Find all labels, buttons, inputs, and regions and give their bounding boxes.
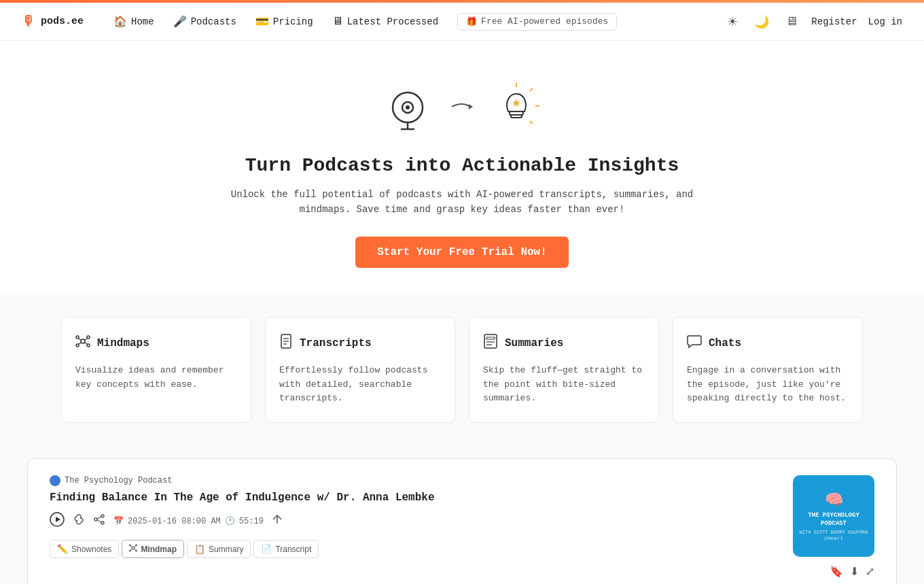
- hero-section: Turn Podcasts into Actionable Insights U…: [0, 41, 924, 295]
- summary-tab-icon: 📋: [194, 544, 205, 554]
- episode-date: 2025-01-16 08:00 AM: [128, 517, 221, 526]
- tab-mindmap[interactable]: Mindmap: [122, 540, 184, 558]
- svg-point-38: [130, 545, 131, 546]
- svg-rect-11: [511, 115, 522, 118]
- episode-header: The Psychology Podcast Finding Balance I…: [50, 475, 874, 578]
- nav-home[interactable]: 🏠 Home: [113, 15, 154, 29]
- thumb-content: 🧠 THE PSYCHOLOGY PODCAST WITH SCOTT BARR…: [793, 485, 874, 546]
- svg-line-43: [135, 546, 136, 547]
- feature-mindmaps-desc: Visualize ideas and remember key concept…: [75, 364, 237, 392]
- podcast-name: The Psychology Podcast: [65, 476, 172, 485]
- nav-auth: Register Log in: [811, 16, 902, 27]
- nav-links: 🏠 Home 🎤 Podcasts 💳 Pricing 🖥 Latest Pro…: [113, 13, 703, 31]
- svg-point-2: [406, 105, 410, 109]
- svg-line-36: [97, 520, 101, 522]
- svg-line-44: [131, 549, 132, 550]
- mindmap-tab-label: Mindmap: [141, 545, 177, 554]
- shownotes-tab-icon: ✏️: [57, 544, 68, 554]
- calendar-icon: 📅: [113, 516, 124, 526]
- nav-podcasts[interactable]: 🎤 Podcasts: [173, 15, 236, 29]
- episode-thumbnail: 🧠 THE PSYCHOLOGY PODCAST WITH SCOTT BARR…: [793, 475, 874, 557]
- sun-icon-button[interactable]: ☀: [724, 12, 741, 32]
- summary-tab-label: Summary: [209, 545, 243, 554]
- chats-icon: [687, 334, 702, 353]
- svg-point-41: [136, 550, 137, 551]
- feature-card-summaries: Summaries Skip the fluff—get straight to…: [469, 317, 659, 423]
- link-button[interactable]: [73, 513, 85, 529]
- navbar: 🎙 pods.ee 🏠 Home 🎤 Podcasts 💳 Pricing 🖥 …: [0, 3, 924, 41]
- svg-marker-5: [469, 104, 473, 109]
- feature-chats-header: Chats: [687, 334, 849, 353]
- feature-transcripts-title: Transcripts: [300, 337, 372, 349]
- svg-line-20: [79, 342, 82, 344]
- episode-controls: 📅 2025-01-16 08:00 AM 🕐 55:19: [50, 512, 777, 530]
- share-button[interactable]: [93, 513, 105, 529]
- microphone-icon: 🎤: [173, 15, 187, 29]
- svg-line-45: [135, 549, 136, 550]
- episode-share-icon-button[interactable]: [272, 514, 283, 528]
- nav-podcasts-label: Podcasts: [191, 16, 236, 27]
- feature-mindmaps-header: Mindmaps: [75, 334, 237, 353]
- moon-icon-button[interactable]: 🌙: [751, 12, 772, 32]
- nav-latest[interactable]: 🖥 Latest Processed: [332, 15, 438, 28]
- download-button[interactable]: ⬇: [850, 565, 859, 578]
- episode-podcast-label: The Psychology Podcast: [50, 475, 777, 486]
- svg-point-33: [101, 515, 104, 517]
- svg-line-35: [97, 517, 101, 519]
- feature-card-mindmaps: Mindmaps Visualize ideas and remember ke…: [61, 317, 251, 423]
- monitor-icon-button[interactable]: 🖥: [783, 12, 800, 31]
- feature-summaries-header: Summaries: [483, 334, 645, 353]
- svg-line-7: [530, 88, 533, 91]
- thumb-subtitle: WITH SCOTT BARRY KAUFMAN: [798, 530, 869, 535]
- episode-meta: 📅 2025-01-16 08:00 AM 🕐 55:19: [113, 516, 264, 526]
- gift-icon: 🎁: [466, 16, 477, 27]
- monitor-icon: 🖥: [332, 15, 343, 28]
- tab-shownotes[interactable]: ✏️ Shownotes: [50, 540, 119, 558]
- svg-point-39: [136, 545, 137, 546]
- podcast-dot-icon: [50, 475, 60, 486]
- tab-summary[interactable]: 📋 Summary: [187, 540, 251, 558]
- svg-line-9: [530, 121, 533, 124]
- podcast-hero-icon: [380, 82, 435, 136]
- logo-link[interactable]: 🎙 pods.ee: [22, 14, 84, 30]
- nav-cta-button[interactable]: 🎁 Free AI-powered episodes: [457, 13, 617, 31]
- svg-point-34: [101, 521, 104, 524]
- svg-rect-27: [486, 337, 495, 339]
- svg-marker-12: [513, 99, 520, 106]
- nav-pricing[interactable]: 💳 Pricing: [255, 15, 313, 29]
- nav-right: ☀ 🌙 🖥 Register Log in: [724, 12, 902, 32]
- nav-cta-label: Free AI-powered episodes: [481, 16, 608, 27]
- hero-cta-button[interactable]: Start Your Free Trial Now!: [355, 237, 569, 268]
- svg-line-18: [79, 338, 82, 340]
- svg-point-16: [76, 344, 79, 347]
- episode-tabs: ✏️ Shownotes Mindmap 📋 Summary �: [50, 540, 777, 558]
- thumb-logo: 🧠: [798, 491, 869, 509]
- hero-heading: Turn Podcasts into Actionable Insights: [22, 155, 902, 176]
- iheartradio-label: iHeart: [798, 535, 869, 541]
- mindmaps-icon: [75, 334, 90, 353]
- tab-transcript[interactable]: 📄 Transcript: [253, 540, 319, 558]
- transcript-tab-label: Transcript: [275, 545, 311, 554]
- episode-side-controls: 🔖 ⬇ ⤢: [830, 565, 874, 578]
- nav-home-label: Home: [131, 16, 154, 27]
- feature-card-chats: Chats Engage in a conversation with the …: [673, 317, 863, 423]
- svg-point-14: [76, 336, 79, 339]
- svg-point-32: [94, 518, 97, 521]
- nav-latest-label: Latest Processed: [347, 16, 438, 27]
- svg-point-15: [87, 336, 90, 339]
- login-link[interactable]: Log in: [868, 16, 902, 27]
- expand-button[interactable]: ⤢: [866, 565, 874, 578]
- home-icon: 🏠: [113, 15, 127, 29]
- thumb-title: THE PSYCHOLOGY PODCAST: [798, 512, 869, 528]
- feature-transcripts-desc: Effortlessly follow podcasts with detail…: [279, 364, 441, 406]
- features-section: Mindmaps Visualize ideas and remember ke…: [0, 295, 924, 445]
- svg-marker-31: [56, 517, 60, 522]
- svg-line-42: [131, 546, 132, 547]
- feature-transcripts-header: Transcripts: [279, 334, 441, 353]
- logo-text: pods.ee: [41, 16, 84, 27]
- nav-pricing-label: Pricing: [273, 16, 313, 27]
- play-button[interactable]: [50, 512, 65, 530]
- bookmark-button[interactable]: 🔖: [830, 565, 843, 578]
- feature-chats-desc: Engage in a conversation with the episod…: [687, 364, 849, 406]
- register-link[interactable]: Register: [811, 16, 857, 27]
